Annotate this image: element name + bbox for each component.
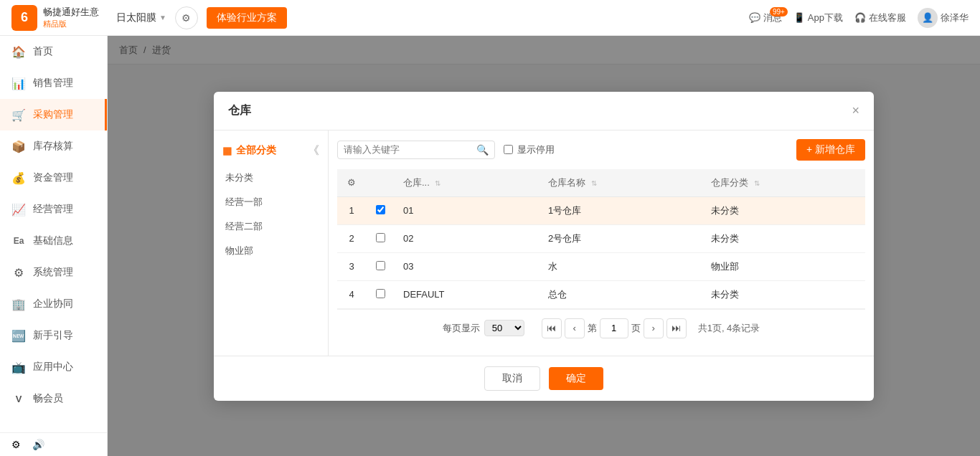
user-menu[interactable]: 👤 徐泽华: [918, 8, 969, 28]
sidebar-item-inventory[interactable]: 📦 库存核算: [0, 130, 107, 162]
pagination: 每页显示 102050100 ⏮ ‹ 第 页 ›: [337, 309, 865, 347]
page-input[interactable]: [600, 318, 628, 338]
th-checkbox: [366, 169, 395, 197]
table-row[interactable]: 3 03 水 物业部: [337, 252, 865, 280]
add-warehouse-button[interactable]: + 新增仓库: [796, 139, 865, 161]
main-content: 首页 / 进货 仓库 × ▦ 全部: [108, 36, 980, 456]
sidebar-label-corp: 企业协同: [33, 298, 73, 310]
th-category[interactable]: 仓库分类 ⇅: [702, 169, 865, 197]
cancel-button[interactable]: 取消: [484, 366, 540, 391]
sidebar-label-system: 系统管理: [33, 266, 73, 279]
category-all-label: 全部分类: [236, 144, 276, 157]
warehouse-table-wrap: ⚙ 仓库... ⇅ 仓库名称 ⇅: [337, 169, 865, 309]
sidebar-item-apps[interactable]: 📺 应用中心: [0, 351, 107, 383]
corp-icon: 🏢: [11, 297, 26, 311]
page-last-button[interactable]: ⏭: [666, 318, 687, 338]
sort-name-icon: ⇅: [591, 179, 597, 187]
cell-index: 3: [337, 252, 366, 280]
message-icon: 💬: [749, 12, 760, 23]
cell-code: 03: [395, 252, 540, 280]
page-prev-button[interactable]: ‹: [565, 318, 585, 338]
th-name[interactable]: 仓库名称 ⇅: [540, 169, 702, 197]
sidebar-label-inventory: 库存核算: [33, 140, 73, 153]
sidebar-item-finance[interactable]: 💰 资金管理: [0, 162, 107, 194]
category-item-2[interactable]: 经营二部: [214, 214, 328, 239]
sidebar: 🏠 首页 📊 销售管理 🛒 采购管理 📦 库存核算 💰 资金管理 📈 经营管理 …: [0, 36, 108, 456]
member-icon: V: [11, 391, 26, 406]
confirm-button[interactable]: 确定: [549, 367, 603, 390]
search-input[interactable]: [344, 144, 476, 155]
sidebar-item-basic[interactable]: Ea 基础信息: [0, 225, 107, 257]
app-brand: 畅捷通好生意 精品版: [43, 6, 99, 29]
cell-checkbox[interactable]: [366, 196, 395, 224]
category-header: ▦ 全部分类 《: [214, 139, 328, 166]
cell-checkbox[interactable]: [366, 224, 395, 252]
sidebar-label-member: 畅会员: [33, 392, 63, 405]
sidebar-item-home[interactable]: 🏠 首页: [0, 36, 107, 67]
th-code-label: 仓库...: [403, 177, 430, 188]
page-first-button[interactable]: ⏮: [542, 318, 562, 338]
message-badge: 99+: [770, 7, 788, 16]
sidebar-bottom: ⚙ 🔊: [0, 432, 107, 456]
th-name-label: 仓库名称: [548, 177, 585, 188]
category-item-0[interactable]: 未分类: [214, 166, 328, 190]
avatar: 👤: [918, 8, 938, 28]
sort-code-icon: ⇅: [435, 179, 440, 187]
cell-index: 2: [337, 224, 366, 252]
table-body: 1 01 1号仓库 未分类 2 02 2号仓库 未分类 3 03 水 物业部 4…: [337, 196, 865, 308]
per-page-select[interactable]: 102050100: [484, 320, 524, 336]
settings-icon[interactable]: ⚙: [175, 6, 198, 29]
cell-code: DEFAULT: [395, 280, 540, 308]
page-next-button[interactable]: ›: [644, 318, 664, 338]
inventory-icon: 📦: [11, 139, 26, 153]
category-grid-icon: ▦: [222, 145, 232, 156]
sidebar-item-guide[interactable]: 🆕 新手引导: [0, 320, 107, 351]
show-disabled-label[interactable]: 显示停用: [504, 143, 555, 156]
sidebar-item-operation[interactable]: 📈 经营管理: [0, 194, 107, 225]
sidebar-label-home: 首页: [33, 45, 53, 58]
sidebar-label-finance: 资金管理: [33, 171, 73, 184]
table-row[interactable]: 2 02 2号仓库 未分类: [337, 224, 865, 252]
system-icon: ⚙: [11, 265, 26, 280]
cell-checkbox[interactable]: [366, 280, 395, 308]
trial-button[interactable]: 体验行业方案: [207, 7, 287, 29]
th-code[interactable]: 仓库... ⇅: [395, 169, 540, 197]
basic-icon: Ea: [11, 234, 26, 248]
sidebar-item-member[interactable]: V 畅会员: [0, 383, 107, 414]
sort-category-icon: ⇅: [754, 179, 760, 187]
sidebar-sound-icon[interactable]: 🔊: [32, 439, 44, 450]
message-button[interactable]: 💬 消息 99+: [749, 11, 782, 24]
table-row[interactable]: 4 DEFAULT 总仓 未分类: [337, 280, 865, 308]
service-button[interactable]: 🎧 在线客服: [854, 11, 906, 24]
toolbar: 🔍 显示停用 + 新增仓库: [337, 139, 865, 161]
show-disabled-checkbox[interactable]: [504, 145, 513, 154]
cell-category: 未分类: [702, 196, 865, 224]
cell-category: 未分类: [702, 224, 865, 252]
cell-checkbox[interactable]: [366, 252, 395, 280]
category-all-title[interactable]: ▦ 全部分类: [222, 144, 276, 157]
apps-icon: 📺: [11, 360, 26, 374]
sidebar-label-guide: 新手引导: [33, 329, 73, 342]
warehouse-modal: 仓库 × ▦ 全部分类 《 未分类: [214, 92, 874, 401]
sidebar-item-corp[interactable]: 🏢 企业协同: [0, 288, 107, 320]
app-download-button[interactable]: 📱 App下载: [793, 11, 843, 24]
modal-title: 仓库: [228, 103, 251, 118]
guide-icon: 🆕: [11, 328, 26, 343]
home-icon: 🏠: [11, 44, 26, 59]
category-item-1[interactable]: 经营一部: [214, 190, 328, 214]
modal-close-button[interactable]: ×: [852, 103, 859, 118]
sidebar-item-purchase[interactable]: 🛒 采购管理: [0, 99, 107, 130]
modal-body: ▦ 全部分类 《 未分类 经营一部 经营二部 物业部: [214, 130, 874, 356]
category-item-3[interactable]: 物业部: [214, 239, 328, 263]
category-collapse-button[interactable]: 《: [308, 143, 319, 158]
search-box: 🔍: [337, 141, 495, 159]
table-row[interactable]: 1 01 1号仓库 未分类: [337, 196, 865, 224]
sidebar-settings-icon[interactable]: ⚙: [11, 439, 21, 450]
cell-name: 2号仓库: [540, 224, 702, 252]
sidebar-item-sales[interactable]: 📊 销售管理: [0, 67, 107, 99]
sidebar-item-system[interactable]: ⚙ 系统管理: [0, 257, 107, 288]
sidebar-label-operation: 经营管理: [33, 203, 73, 216]
headset-icon: 🎧: [854, 12, 866, 23]
modal-header: 仓库 ×: [214, 92, 874, 130]
store-selector[interactable]: 日太阳膜 ▼: [116, 11, 166, 24]
